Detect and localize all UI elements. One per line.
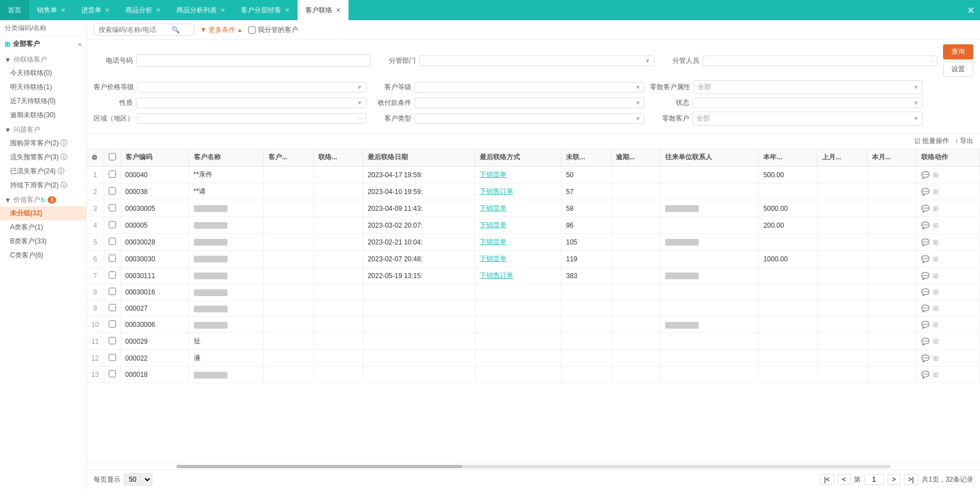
sidebar-item-churned[interactable]: 已流失客户(24) ⓘ [0,164,86,178]
grid-action-icon[interactable]: ⊞ [933,205,939,213]
row-checkbox[interactable] [104,350,120,367]
group-pending-contact[interactable]: ▼ 待联络客户 [0,52,86,66]
grid-action-icon[interactable]: ⊞ [933,288,939,296]
sidebar-item-class-c[interactable]: C类客户(6) [0,248,86,262]
refresh-icon[interactable]: ↻ [40,196,46,204]
close-icon[interactable]: ✕ [285,7,290,14]
retail-customer-select[interactable]: 全部▼ [693,112,923,126]
next-page-button[interactable]: > [888,474,900,485]
row-checkbox[interactable] [104,267,120,284]
last-page-button[interactable]: >| [904,474,918,485]
col-checkbox[interactable] [104,149,120,167]
message-icon[interactable]: 💬 [921,222,930,229]
grid-action-icon[interactable]: ⊞ [933,238,939,246]
dept-select[interactable]: ▼ [419,56,654,66]
query-button[interactable]: 查询 [943,44,973,59]
row-checkbox[interactable] [104,317,120,333]
payment-select[interactable]: ▼ [415,98,645,108]
nature-select[interactable]: ▼ [136,98,366,108]
row-checkbox[interactable] [104,200,120,217]
sidebar-item-churn-warning[interactable]: 流失预警客户(3) ⓘ [0,150,86,164]
sidebar-item-tomorrow[interactable]: 明天待联络(1) [0,80,86,94]
row-checkbox[interactable] [104,367,120,383]
search-input[interactable] [99,26,171,34]
page-input[interactable] [864,474,884,485]
retail-attr-select[interactable]: 全部▼ [694,80,923,94]
grid-action-icon[interactable]: ⊞ [933,321,939,329]
grid-action-icon[interactable]: ⊞ [933,354,939,362]
customer-level-select[interactable]: ▼ [415,82,645,93]
close-icon[interactable]: ✕ [105,7,110,14]
per-page-select[interactable]: 50 100 [124,473,152,486]
my-customers-check[interactable] [248,26,256,34]
grid-action-icon[interactable]: ⊞ [933,171,939,179]
tab-goods-analysis[interactable]: 商品分析 ✕ [118,0,169,20]
message-icon[interactable]: 💬 [921,171,930,179]
close-icon[interactable]: ✕ [156,7,161,14]
sidebar-item-overdue[interactable]: 逾期未联络(30) [0,108,86,122]
grid-action-icon[interactable]: ⊞ [933,272,939,280]
message-icon[interactable]: 💬 [921,371,930,379]
grid-action-icon[interactable]: ⊞ [933,305,939,312]
status-select[interactable]: ▼ [693,98,923,108]
tab-customer-tier[interactable]: 客户分层经客 ✕ [233,0,298,20]
group-problem-customers[interactable]: ▼ 问题客户 [0,122,86,136]
first-page-button[interactable]: |< [820,474,834,485]
price-level-select[interactable]: ▼ [137,82,366,93]
row-checkbox[interactable] [104,167,120,183]
message-icon[interactable]: 💬 [921,255,930,263]
row-checkbox[interactable] [104,183,120,200]
batch-ops-button[interactable]: ☑ 批量操作 [914,136,949,146]
message-icon[interactable]: 💬 [921,288,930,296]
message-icon[interactable]: 💬 [921,305,930,312]
sidebar-search-box[interactable]: 🔍 [0,20,86,36]
tab-customer-contact[interactable]: 客户联络 ✕ [298,0,349,20]
close-all-button[interactable]: ✕ [962,5,980,16]
sidebar-search-input[interactable] [4,24,87,32]
close-icon[interactable]: ✕ [336,7,341,14]
customer-type-select[interactable]: ▼ [415,113,645,124]
sidebar-item-7days[interactable]: 近7天待联络(0) [0,94,86,108]
select-all-checkbox[interactable] [109,153,116,160]
all-customers-header[interactable]: ⊞ 全部客户 « [0,36,86,52]
person-select[interactable]: ··· [703,56,937,66]
row-checkbox[interactable] [104,251,120,267]
message-icon[interactable]: 💬 [921,321,930,329]
grid-action-icon[interactable]: ⊞ [933,255,939,263]
grid-action-icon[interactable]: ⊞ [933,371,939,379]
row-checkbox[interactable] [104,217,120,234]
col-settings[interactable]: ⚙ [87,149,104,167]
row-checkbox[interactable] [104,301,120,317]
row-checkbox[interactable] [104,284,120,301]
more-filters-button[interactable]: ▼ 更多条件 ▲ [200,25,243,35]
message-icon[interactable]: 💬 [921,272,930,280]
group-value-customers[interactable]: ▼ 价值客户 ↻ 8 [0,192,86,206]
collapse-icon[interactable]: « [78,40,82,48]
message-icon[interactable]: 💬 [921,188,930,196]
grid-action-icon[interactable]: ⊞ [933,188,939,196]
search-box[interactable]: 🔍 [94,24,194,36]
sidebar-item-ungroup[interactable]: 未分组(32) [0,206,86,220]
close-icon[interactable]: ✕ [61,7,66,14]
reset-button[interactable]: 设置 [943,62,973,77]
tab-home[interactable]: 首页 [0,0,29,20]
row-checkbox[interactable] [104,234,120,251]
prev-page-button[interactable]: < [838,474,851,485]
message-icon[interactable]: 💬 [921,238,930,246]
sidebar-item-today[interactable]: 今天待联络(0) [0,66,86,80]
grid-action-icon[interactable]: ⊞ [933,222,939,229]
sidebar-item-class-a[interactable]: A类客户(1) [0,220,86,234]
message-icon[interactable]: 💬 [921,354,930,362]
export-button[interactable]: ↑ 导出 [955,136,973,146]
row-checkbox[interactable] [104,333,120,350]
message-icon[interactable]: 💬 [921,338,930,345]
region-select[interactable]: ··· [137,113,366,124]
tab-purchase[interactable]: 进货单 ✕ [73,0,118,20]
phone-input[interactable] [136,54,371,67]
sidebar-item-abnormal[interactable]: 囤购异常客户(2) ⓘ [0,136,86,150]
close-icon[interactable]: ✕ [220,7,225,14]
sidebar-item-class-b[interactable]: B类客户(33) [0,234,86,248]
tab-sales[interactable]: 销售单 ✕ [29,0,73,20]
sidebar-item-declining[interactable]: 持续下滑客户(2) ⓘ [0,178,86,192]
tab-goods-list[interactable]: 商品分析列表 ✕ [169,0,233,20]
